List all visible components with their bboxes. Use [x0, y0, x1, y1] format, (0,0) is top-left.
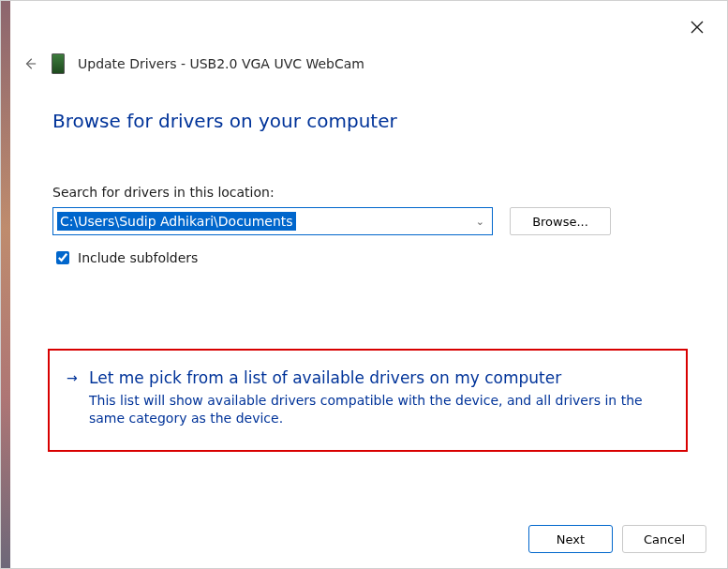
- include-subfolders-row[interactable]: Include subfolders: [52, 248, 690, 267]
- path-row: C:\Users\Sudip Adhikari\Documents ⌄ Brow…: [52, 207, 690, 235]
- pick-from-list-option[interactable]: → Let me pick from a list of available d…: [48, 349, 688, 452]
- cancel-button[interactable]: Cancel: [622, 525, 706, 553]
- header-bar: Update Drivers - USB2.0 VGA UVC WebCam: [22, 53, 364, 74]
- content-area: Browse for drivers on your computer Sear…: [52, 110, 690, 267]
- path-label: Search for drivers in this location:: [52, 185, 690, 200]
- desktop-edge: [1, 1, 10, 568]
- back-button[interactable]: [22, 55, 38, 72]
- include-subfolders-label: Include subfolders: [78, 250, 198, 265]
- next-button[interactable]: Next: [528, 525, 613, 553]
- path-value: C:\Users\Sudip Adhikari\Documents: [57, 212, 296, 231]
- browse-button[interactable]: Browse...: [510, 207, 611, 235]
- include-subfolders-checkbox[interactable]: [56, 251, 69, 264]
- path-combobox[interactable]: C:\Users\Sudip Adhikari\Documents ⌄: [52, 207, 493, 235]
- close-icon: [691, 21, 704, 34]
- arrow-left-icon: [23, 57, 37, 70]
- dialog-title: Update Drivers - USB2.0 VGA UVC WebCam: [78, 56, 364, 71]
- footer-buttons: Next Cancel: [528, 525, 706, 553]
- close-button[interactable]: [688, 18, 706, 37]
- chevron-down-icon: ⌄: [476, 216, 484, 228]
- arrow-right-icon: →: [67, 367, 82, 388]
- option-title: Let me pick from a list of available dri…: [89, 367, 561, 388]
- option-description: This list will show available drivers co…: [89, 392, 669, 427]
- page-heading: Browse for drivers on your computer: [52, 110, 690, 132]
- device-icon: [52, 53, 65, 74]
